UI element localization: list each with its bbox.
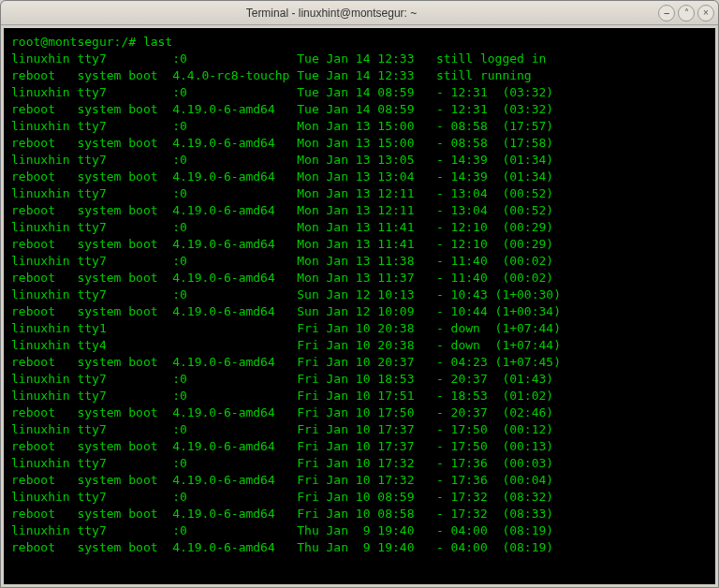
- titlebar[interactable]: Terminal - linuxhint@montsegur: ~ ‒ ˄ ×: [1, 1, 718, 25]
- login-record: linuxhin tty7 :0 Fri Jan 10 18:53 - 20:3…: [11, 371, 708, 388]
- login-record: linuxhin tty7 :0 Mon Jan 13 15:00 - 08:5…: [11, 118, 708, 135]
- login-record: reboot system boot 4.19.0-6-amd64 Fri Ja…: [11, 354, 708, 371]
- window-controls: ‒ ˄ ×: [658, 5, 714, 22]
- login-record: linuxhin tty7 :0 Mon Jan 13 11:41 - 12:1…: [11, 219, 708, 236]
- login-record: linuxhin tty7 :0 Sun Jan 12 10:13 - 10:4…: [11, 287, 708, 303]
- login-record: reboot system boot 4.19.0-6-amd64 Mon Ja…: [11, 135, 708, 152]
- login-record: linuxhin tty7 :0 Mon Jan 13 12:11 - 13:0…: [11, 185, 708, 202]
- prompt: root@montsegur:/# last: [11, 34, 708, 51]
- login-record: linuxhin tty7 :0 Tue Jan 14 08:59 - 12:3…: [11, 84, 708, 101]
- maximize-icon: ˄: [684, 7, 689, 18]
- login-record: linuxhin tty7 :0 Fri Jan 10 08:59 - 17:3…: [11, 489, 708, 506]
- login-record: linuxhin tty7 :0 Tue Jan 14 12:33 still …: [11, 51, 708, 67]
- login-record: linuxhin tty7 :0 Mon Jan 13 13:05 - 14:3…: [11, 152, 708, 169]
- login-record: reboot system boot 4.19.0-6-amd64 Tue Ja…: [11, 101, 708, 118]
- login-record: reboot system boot 4.19.0-6-amd64 Fri Ja…: [11, 506, 708, 522]
- login-record: linuxhin tty7 :0 Fri Jan 10 17:37 - 17:5…: [11, 421, 708, 438]
- login-record: reboot system boot 4.4.0-rc8-touchp Tue …: [11, 67, 708, 84]
- login-record: reboot system boot 4.19.0-6-amd64 Sun Ja…: [11, 303, 708, 320]
- login-record: reboot system boot 4.19.0-6-amd64 Mon Ja…: [11, 236, 708, 253]
- login-record: reboot system boot 4.19.0-6-amd64 Mon Ja…: [11, 169, 708, 185]
- window-title: Terminal - linuxhint@montsegur: ~: [5, 7, 658, 20]
- minimize-icon: ‒: [664, 7, 669, 18]
- login-record: reboot system boot 4.19.0-6-amd64 Mon Ja…: [11, 270, 708, 287]
- login-record: reboot system boot 4.19.0-6-amd64 Fri Ja…: [11, 438, 708, 455]
- minimize-button[interactable]: ‒: [658, 5, 675, 22]
- login-record: linuxhin tty4 Fri Jan 10 20:38 - down (1…: [11, 337, 708, 354]
- login-record: reboot system boot 4.19.0-6-amd64 Fri Ja…: [11, 472, 708, 489]
- login-record: linuxhin tty1 Fri Jan 10 20:38 - down (1…: [11, 320, 708, 337]
- close-button[interactable]: ×: [697, 5, 714, 22]
- terminal-window: Terminal - linuxhint@montsegur: ~ ‒ ˄ × …: [0, 0, 719, 588]
- login-record: reboot system boot 4.19.0-6-amd64 Thu Ja…: [11, 539, 708, 556]
- close-icon: ×: [703, 7, 709, 18]
- login-record: reboot system boot 4.19.0-6-amd64 Fri Ja…: [11, 404, 708, 421]
- login-record: linuxhin tty7 :0 Fri Jan 10 17:32 - 17:3…: [11, 455, 708, 472]
- login-record: linuxhin tty7 :0 Thu Jan 9 19:40 - 04:00…: [11, 522, 708, 539]
- terminal-output[interactable]: root@montsegur:/# last linuxhin tty7 :0 …: [4, 28, 715, 584]
- maximize-button[interactable]: ˄: [678, 5, 695, 22]
- login-record: reboot system boot 4.19.0-6-amd64 Mon Ja…: [11, 202, 708, 219]
- login-record: linuxhin tty7 :0 Fri Jan 10 17:51 - 18:5…: [11, 388, 708, 404]
- login-records: linuxhin tty7 :0 Tue Jan 14 12:33 still …: [11, 51, 708, 556]
- login-record: linuxhin tty7 :0 Mon Jan 13 11:38 - 11:4…: [11, 253, 708, 270]
